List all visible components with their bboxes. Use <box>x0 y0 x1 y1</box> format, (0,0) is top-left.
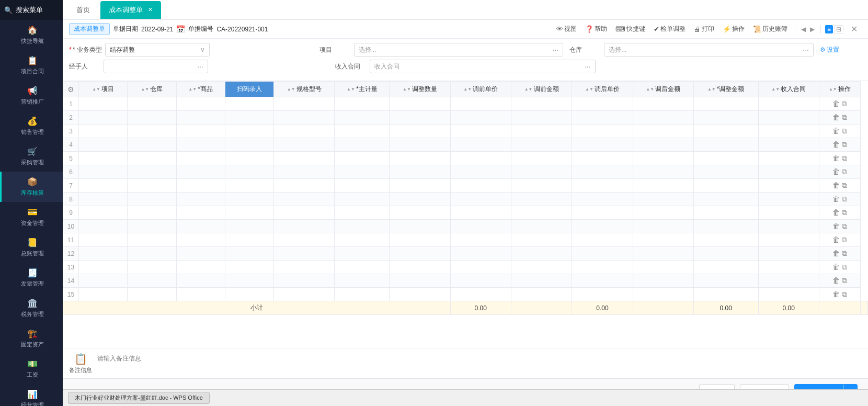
cell-project-15[interactable] <box>79 288 128 301</box>
cell-pre_amount-8[interactable] <box>511 193 572 206</box>
cell-pre_amount-9[interactable] <box>511 206 572 220</box>
cell-pre_amount-4[interactable] <box>511 138 572 152</box>
sort-arrows-project[interactable]: ▲▼ <box>92 87 100 92</box>
cell-warehouse-9[interactable] <box>128 206 176 220</box>
sidebar-item-quick-nav[interactable]: 🏠 快捷导航 <box>0 20 63 50</box>
delete-row-13[interactable]: 🗑 <box>832 263 840 272</box>
cell-post_amount-3[interactable] <box>633 125 693 138</box>
cell-adjust_amount-9[interactable] <box>693 206 758 220</box>
cell-post_amount-1[interactable] <box>633 97 693 111</box>
cell-post_unit_price-10[interactable] <box>572 220 633 233</box>
cell-unit-10[interactable] <box>335 220 390 233</box>
delete-row-5[interactable]: 🗑 <box>832 154 840 163</box>
cell-income_contract-10[interactable] <box>758 220 819 233</box>
cell-warehouse-4[interactable] <box>128 138 176 152</box>
copy-row-9[interactable]: ⧉ <box>842 208 847 217</box>
sidebar-item-sales-mgmt[interactable]: 💰 销售管理 <box>0 111 63 141</box>
cell-goods-15[interactable] <box>176 288 225 301</box>
cell-warehouse-2[interactable] <box>128 111 176 125</box>
cell-post_amount-5[interactable] <box>633 152 693 165</box>
cell-unit-6[interactable] <box>335 165 390 179</box>
cell-adjust_amount-4[interactable] <box>693 138 758 152</box>
cell-spec-8[interactable] <box>274 193 335 206</box>
cell-adjust_amount-3[interactable] <box>693 125 758 138</box>
delete-row-2[interactable]: 🗑 <box>832 113 840 122</box>
cell-pre_unit_price-12[interactable] <box>450 247 511 261</box>
cell-income_contract-12[interactable] <box>758 247 819 261</box>
cell-post_unit_price-15[interactable] <box>572 288 633 301</box>
cell-unit-14[interactable] <box>335 274 390 288</box>
sort-arrows-pre_amount[interactable]: ▲▼ <box>524 87 533 92</box>
sidebar-item-ledger[interactable]: 📒 总账管理 <box>0 232 63 263</box>
cell-warehouse-3[interactable] <box>128 125 176 138</box>
cell-adjust_amount-5[interactable] <box>693 152 758 165</box>
cell-adjust_amount-13[interactable] <box>693 261 758 274</box>
cell-pre_amount-1[interactable] <box>511 97 572 111</box>
copy-row-15[interactable]: ⧉ <box>842 290 847 299</box>
sidebar-item-fixed-assets[interactable]: 🏗️ 固定资产 <box>0 323 63 354</box>
cell-adjust_amount-14[interactable] <box>693 274 758 288</box>
cell-scan-4[interactable] <box>225 138 273 152</box>
cell-spec-5[interactable] <box>274 152 335 165</box>
sidebar-item-finance[interactable]: 💳 资金管理 <box>0 202 63 232</box>
cell-pre_unit_price-4[interactable] <box>450 138 511 152</box>
cell-project-6[interactable] <box>79 165 128 179</box>
cell-goods-9[interactable] <box>176 206 225 220</box>
cell-adjust_amount-1[interactable] <box>693 97 758 111</box>
sort-arrows-adjust_amount[interactable]: ▲▼ <box>707 87 716 92</box>
cell-project-7[interactable] <box>79 179 128 193</box>
cell-goods-2[interactable] <box>176 111 225 125</box>
cell-post_unit_price-3[interactable] <box>572 125 633 138</box>
cell-project-4[interactable] <box>79 138 128 152</box>
cell-goods-4[interactable] <box>176 138 225 152</box>
cell-goods-10[interactable] <box>176 220 225 233</box>
cell-goods-1[interactable] <box>176 97 225 111</box>
close-btn[interactable]: ✕ <box>847 24 862 34</box>
cell-scan-3[interactable] <box>225 125 273 138</box>
sort-arrows-spec[interactable]: ▲▼ <box>287 87 295 92</box>
cell-post_unit_price-7[interactable] <box>572 179 633 193</box>
sidebar-search[interactable]: 🔍 搜索菜单 <box>0 0 63 20</box>
cell-post_amount-8[interactable] <box>633 193 693 206</box>
cell-post_amount-12[interactable] <box>633 247 693 261</box>
cell-adjust_qty-8[interactable] <box>390 193 450 206</box>
cell-warehouse-13[interactable] <box>128 261 176 274</box>
handler-input[interactable]: ··· <box>104 60 208 73</box>
delete-row-6[interactable]: 🗑 <box>832 167 840 176</box>
warehouse-input[interactable]: 选择... ··· <box>604 43 814 57</box>
cell-spec-11[interactable] <box>274 233 335 247</box>
delete-row-9[interactable]: 🗑 <box>832 208 840 217</box>
cell-post_unit_price-2[interactable] <box>572 111 633 125</box>
cell-adjust_qty-7[interactable] <box>390 179 450 193</box>
cell-income_contract-3[interactable] <box>758 125 819 138</box>
copy-row-14[interactable]: ⧉ <box>842 276 847 285</box>
cell-goods-11[interactable] <box>176 233 225 247</box>
cell-adjust_qty-9[interactable] <box>390 206 450 220</box>
table-settings-icon[interactable]: ⚙ <box>67 85 74 94</box>
cell-warehouse-15[interactable] <box>128 288 176 301</box>
sort-arrows-goods[interactable]: ▲▼ <box>188 87 197 92</box>
col-header-settings[interactable]: ⚙ <box>63 82 79 97</box>
cell-pre_amount-15[interactable] <box>511 288 572 301</box>
cell-income_contract-4[interactable] <box>758 138 819 152</box>
sort-arrows-adjust_qty[interactable]: ▲▼ <box>403 87 411 92</box>
cell-post_amount-7[interactable] <box>633 179 693 193</box>
cell-pre_unit_price-7[interactable] <box>450 179 511 193</box>
cell-spec-15[interactable] <box>274 288 335 301</box>
sort-arrows-post_unit_price[interactable]: ▲▼ <box>585 87 593 92</box>
cell-goods-12[interactable] <box>176 247 225 261</box>
cell-pre_amount-12[interactable] <box>511 247 572 261</box>
delete-row-1[interactable]: 🗑 <box>832 99 840 108</box>
cell-post_amount-10[interactable] <box>633 220 693 233</box>
cell-pre_amount-13[interactable] <box>511 261 572 274</box>
cell-unit-3[interactable] <box>335 125 390 138</box>
cell-adjust_qty-14[interactable] <box>390 274 450 288</box>
cell-unit-1[interactable] <box>335 97 390 111</box>
warehouse-more-icon[interactable]: ··· <box>803 46 809 54</box>
settings-btn[interactable]: ⚙ 设置 <box>820 46 862 54</box>
cell-adjust_qty-6[interactable] <box>390 165 450 179</box>
cell-post_unit_price-6[interactable] <box>572 165 633 179</box>
cell-income_contract-14[interactable] <box>758 274 819 288</box>
project-more-icon[interactable]: ··· <box>553 46 559 54</box>
cell-spec-10[interactable] <box>274 220 335 233</box>
